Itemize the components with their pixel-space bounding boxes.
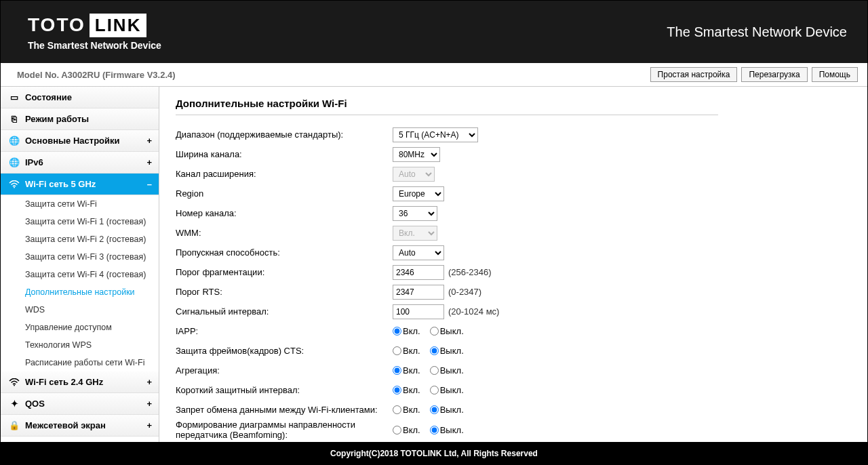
select-wmm: Вкл. [393,226,437,241]
select-region[interactable]: Europe [393,186,444,201]
sidebar-sub-advanced[interactable]: Дополнительные настройки [1,283,159,301]
label-region: Region [176,188,393,199]
row-aggr: Агрегация: Вкл. Выкл. [176,361,851,380]
globe-icon: 🌐 [7,157,21,167]
sidebar-label: Режим работы [25,114,89,124]
wifi-icon [7,378,21,386]
radio-iapp-on[interactable]: Вкл. [393,326,420,336]
label-wmm: WMM: [176,228,393,238]
radio-bf-on[interactable]: Вкл. [393,425,420,435]
sidebar[interactable]: ▭ Состояние ⎘ Режим работы 🌐 Основные На… [1,87,159,446]
row-frag: Порог фрагментации: (256-2346) [176,262,851,282]
wifi-icon [7,180,21,188]
hint-rts: (0-2347) [448,287,481,297]
hint-beacon: (20-1024 мс) [448,306,499,317]
sidebar-label: Состояние [25,92,72,102]
row-band: Диапазон (поддерживаемые стандарты): 5 Г… [176,125,851,144]
select-rate[interactable]: Auto [393,245,444,260]
input-beacon[interactable] [393,304,444,319]
qos-icon: ✦ [7,399,21,409]
sidebar-item-ipv6[interactable]: 🌐 IPv6 + [1,152,159,174]
sidebar-item-firewall[interactable]: 🔒 Межсетевой экран + [1,415,159,437]
logo-tagline: The Smartest Network Device [28,40,161,51]
sidebar-sub-security2[interactable]: Защита сети Wi-Fi 2 (гостевая) [1,230,159,248]
radio-cts-on[interactable]: Вкл. [393,346,420,356]
reboot-button[interactable]: Перезагрузка [741,67,807,82]
sidebar-item-basic[interactable]: 🌐 Основные Настройки + [1,130,159,152]
sidebar-label: Межсетевой экран [25,420,106,430]
radio-aggr-on[interactable]: Вкл. [393,365,420,376]
logo-text-right: LINK [90,14,147,37]
logo: TOTO LINK [28,14,161,37]
sidebar-item-wifi5[interactable]: Wi-Fi сеть 5 GHz – [1,174,159,195]
row-width: Ширина канала: 80MHz [176,144,851,164]
top-buttons: Простая настройка Перезагрузка Помощь [650,67,858,82]
radio-bf-off[interactable]: Выкл. [430,425,464,435]
globe-icon: 🌐 [7,136,21,146]
row-sgi: Короткий защитный интервал: Вкл. Выкл. [176,380,851,400]
radio-sgi-on[interactable]: Вкл. [393,385,420,395]
row-beacon: Сигнальный интервал: (20-1024 мс) [176,302,851,321]
label-sgi: Короткий защитный интервал: [176,385,393,395]
label-beamforming: Формирование диаграммы направленности пе… [176,420,393,440]
easy-setup-button[interactable]: Простая настройка [650,67,738,82]
sidebar-sub-access[interactable]: Управление доступом [1,319,159,336]
help-button[interactable]: Помощь [812,67,858,82]
content[interactable]: Дополнительные настройки Wi-Fi Диапазон … [159,87,867,446]
row-ext: Канал расширения: Auto [176,164,851,184]
row-rts: Порог RTS: (0-2347) [176,282,851,302]
sidebar-sub-security3[interactable]: Защита сети Wi-Fi 3 (гостевая) [1,248,159,266]
row-isolate: Запрет обмена данными между Wi-Fi-клиент… [176,400,851,420]
label-band: Диапазон (поддерживаемые стандарты): [176,129,393,140]
sidebar-item-mode[interactable]: ⎘ Режим работы [1,108,159,130]
sidebar-label: Основные Настройки [25,136,120,146]
expand-icon: + [146,136,152,146]
input-frag[interactable] [393,265,444,280]
select-width[interactable]: 80MHz [393,147,440,162]
input-rts[interactable] [393,285,444,300]
expand-icon: + [146,157,152,167]
sidebar-label: QOS [25,399,45,409]
select-band[interactable]: 5 ГГц (AC+N+A) [393,127,478,142]
expand-icon: + [146,420,152,430]
sidebar-sub-wds[interactable]: WDS [1,301,159,319]
expand-icon: + [146,377,152,387]
logo-block: TOTO LINK The Smartest Network Device [28,14,161,51]
expand-icon: + [146,399,152,409]
sidebar-sub-security[interactable]: Защита сети Wi-Fi [1,195,159,213]
label-cts: Защита фреймов(кадров) CTS: [176,346,393,356]
footer: Copyright(C)2018 TOTOLINK Ltd, All Right… [1,442,867,465]
sidebar-sub-security1[interactable]: Защита сети Wi-Fi 1 (гостевая) [1,213,159,230]
radio-isolate-off[interactable]: Выкл. [430,405,464,415]
radio-sgi-off[interactable]: Выкл. [430,385,464,395]
mode-icon: ⎘ [7,114,21,124]
topbar: Model No. A3002RU (Firmware V3.2.4) Прос… [1,63,867,87]
sidebar-item-status[interactable]: ▭ Состояние [1,87,159,108]
main: ▭ Состояние ⎘ Режим работы 🌐 Основные На… [1,87,867,446]
radio-iapp-off[interactable]: Выкл. [430,326,464,336]
collapse-icon: – [147,179,152,189]
radio-aggr-off[interactable]: Выкл. [430,365,464,376]
row-channel: Номер канала: 36 [176,203,851,223]
row-rate: Пропускная способность: Auto [176,243,851,262]
row-cts: Защита фреймов(кадров) CTS: Вкл. Выкл. [176,341,851,361]
row-region: Region Europe [176,184,851,203]
radio-isolate-on[interactable]: Вкл. [393,405,420,415]
sidebar-sub-schedule[interactable]: Расписание работы сети Wi-Fi [1,354,159,371]
header-slogan: The Smartest Network Device [667,24,847,40]
sidebar-sub-wps[interactable]: Технология WPS [1,336,159,354]
radio-cts-off[interactable]: Выкл. [430,346,464,356]
sidebar-label: IPv6 [25,157,43,167]
svg-point-1 [14,384,15,386]
model-info: Model No. A3002RU (Firmware V3.2.4) [10,70,176,80]
logo-text-left: TOTO [28,14,85,36]
label-rts: Порог RTS: [176,287,393,297]
sidebar-item-qos[interactable]: ✦ QOS + [1,393,159,415]
sidebar-item-wifi24[interactable]: Wi-Fi сеть 2.4 GHz + [1,371,159,393]
select-channel[interactable]: 36 [393,206,437,221]
row-iapp: IAPP: Вкл. Выкл. [176,321,851,341]
sidebar-sub-security4[interactable]: Защита сети Wi-Fi 4 (гостевая) [1,266,159,283]
row-beamforming: Формирование диаграммы направленности пе… [176,420,851,440]
header: TOTO LINK The Smartest Network Device Th… [1,1,867,63]
label-width: Ширина канала: [176,149,393,159]
